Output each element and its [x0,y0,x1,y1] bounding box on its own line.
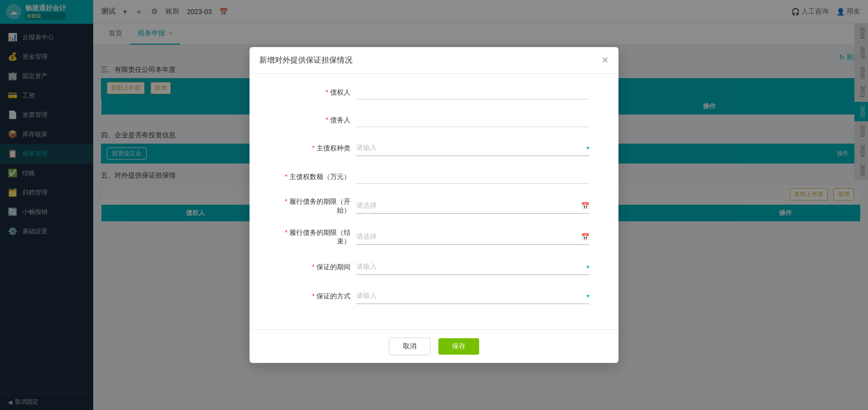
form-row-debtor: * 债务人 [279,113,589,127]
required-star-creditor: * [326,88,328,96]
required-star-guarantee-method: * [312,292,315,300]
input-claim-amount[interactable] [356,170,589,184]
required-star-debtor: * [326,116,328,124]
select-guarantee-period[interactable]: 请输入 ▾ [356,260,589,275]
form-row-claim-amount: * 主债权数额（万元） [279,170,589,184]
form-row-guarantee-period: * 保证的期间 请输入 ▾ [279,260,589,275]
cancel-button[interactable]: 取消 [389,338,431,355]
select-guarantee-method[interactable]: 请输入 ▾ [356,289,589,304]
save-button[interactable]: 保存 [438,338,479,355]
label-guarantee-period: * 保证的期间 [279,263,356,272]
calendar-icon-end: 📅 [581,233,589,241]
label-text-claim-amount: 主债权数额（万元） [289,173,351,180]
label-text-period-end: 履行债务的期限（结束） [289,229,351,245]
control-guarantee-method: 请输入 ▾ [356,289,589,304]
label-guarantee-method: * 保证的方式 [279,292,356,301]
dialog-footer: 取消 保存 [250,329,618,363]
select-placeholder-guarantee-method: 请输入 [356,292,377,300]
required-star-guarantee-period: * [312,263,315,271]
control-creditor [356,85,589,99]
label-text-guarantee-method: 保证的方式 [317,292,351,300]
form-row-period-start: * 履行债务的期限（开始） 请选择 📅 [279,197,589,215]
dialog-header: 新增对外提供保证担保情况 ✕ [250,47,618,74]
date-placeholder-start: 请选择 [356,201,377,210]
control-period-end: 请选择 📅 [356,230,589,245]
dialog-close-button[interactable]: ✕ [601,55,609,66]
required-star-claim-amount: * [285,173,287,180]
select-claim-type[interactable]: 请输入 ▾ [356,141,589,156]
input-debtor[interactable] [356,113,589,127]
chevron-down-icon-guarantee-method: ▾ [586,293,589,299]
label-text-guarantee-period: 保证的期间 [317,263,351,271]
label-text-period-start: 履行债务的期限（开始） [289,197,351,214]
dialog: 新增对外提供保证担保情况 ✕ * 债权人 * 债务人 [250,47,618,363]
date-picker-start[interactable]: 请选择 📅 [356,198,589,213]
label-period-end: * 履行债务的期限（结束） [279,229,356,246]
label-period-start: * 履行债务的期限（开始） [279,197,356,215]
select-placeholder-claim-type: 请输入 [356,144,377,152]
label-text-creditor: 债权人 [330,88,351,96]
label-claim-type: * 主债权种类 [279,144,356,153]
calendar-icon-start: 📅 [581,202,589,210]
control-guarantee-period: 请输入 ▾ [356,260,589,275]
label-creditor: * 债权人 [279,88,356,97]
form-row-guarantee-method: * 保证的方式 请输入 ▾ [279,289,589,304]
required-star-period-start: * [285,197,287,205]
date-picker-end[interactable]: 请选择 📅 [356,230,589,245]
form-row-creditor: * 债权人 [279,85,589,99]
required-star-period-end: * [285,229,287,236]
control-period-start: 请选择 📅 [356,198,589,214]
form-row-claim-type: * 主债权种类 请输入 ▾ [279,141,589,156]
chevron-down-icon-guarantee-period: ▾ [586,263,589,270]
label-text-debtor: 债务人 [330,116,351,124]
dialog-overlay: 新增对外提供保证担保情况 ✕ * 债权人 * 债务人 [0,0,868,410]
label-claim-amount: * 主债权数额（万元） [279,173,356,181]
label-text-claim-type: 主债权种类 [317,144,351,152]
control-debtor [356,113,589,127]
dialog-body: * 债权人 * 债务人 * [250,74,618,329]
label-debtor: * 债务人 [279,116,356,125]
required-star-claim-type: * [312,144,315,152]
chevron-down-icon-claim-type: ▾ [586,145,589,151]
form-row-period-end: * 履行债务的期限（结束） 请选择 📅 [279,229,589,246]
select-placeholder-guarantee-period: 请输入 [356,262,377,271]
input-creditor[interactable] [356,85,589,99]
dialog-title: 新增对外提供保证担保情况 [259,55,352,66]
date-placeholder-end: 请选择 [356,232,377,241]
control-claim-type: 请输入 ▾ [356,141,589,156]
control-claim-amount [356,170,589,184]
